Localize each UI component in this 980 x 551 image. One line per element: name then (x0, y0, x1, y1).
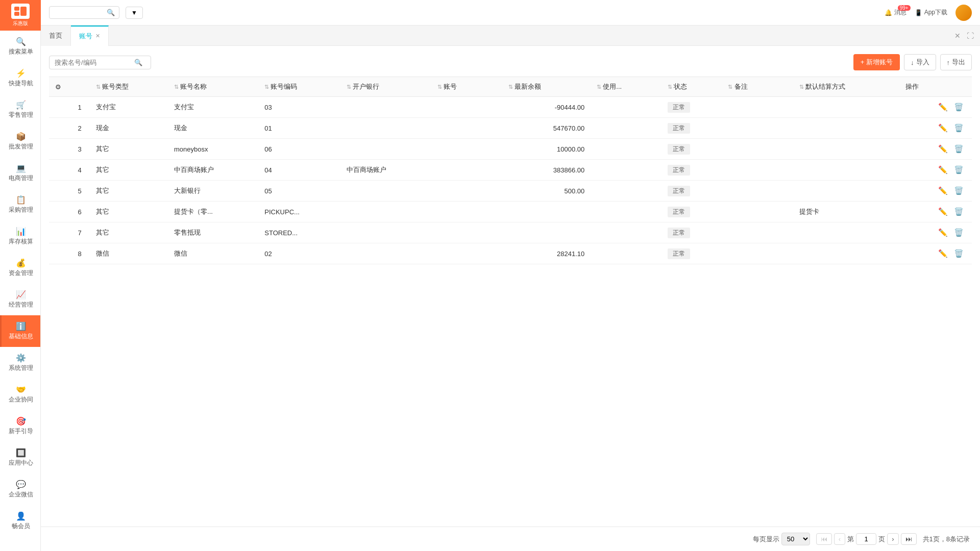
delete-button[interactable]: 🗑️ (952, 102, 966, 113)
sidebar-item-system[interactable]: ⚙️ 系统管理 (0, 347, 40, 379)
row-remark-cell (722, 222, 793, 243)
status-badge: 正常 (668, 123, 690, 134)
col-settings[interactable]: ⚙ (49, 77, 69, 97)
edit-button[interactable]: ✏️ (936, 164, 950, 176)
col-balance[interactable]: 最新余额 (502, 77, 591, 97)
status-badge: 正常 (668, 228, 690, 238)
col-account[interactable]: 账号 (431, 77, 502, 97)
top-search-box[interactable]: 🔍 (49, 6, 119, 19)
row-status-cell: 正常 (662, 243, 722, 264)
top-search-input[interactable] (54, 9, 105, 16)
add-account-button[interactable]: + 新增账号 (853, 54, 900, 70)
sidebar-item-guide-label: 新手引导 (4, 427, 38, 436)
edit-button[interactable]: ✏️ (936, 206, 950, 217)
sidebar-item-purchase[interactable]: 📋 采购管理 (0, 189, 40, 220)
page-content: 🔍 + 新增账号 ↓ 导入 ↑ 导出 (41, 46, 980, 551)
delete-button[interactable]: 🗑️ (952, 248, 966, 259)
account-search-box[interactable]: 🔍 (49, 56, 151, 69)
tab-expand-icon[interactable]: ⛶ (965, 30, 976, 42)
toolbar-right: + 新增账号 ↓ 导入 ↑ 导出 (853, 54, 972, 70)
row-remark-cell (722, 139, 793, 160)
tab-account[interactable]: 账号 ✕ (71, 26, 109, 46)
col-use[interactable]: 使用... (591, 77, 662, 97)
member-icon: 👤 (4, 511, 38, 521)
prev-page-button[interactable]: ‹ (834, 533, 845, 545)
row-num-cell: 6 (69, 202, 90, 222)
sidebar-item-guide[interactable]: 🎯 新手引导 (0, 410, 40, 442)
last-page-button[interactable]: ⏭ (901, 533, 917, 545)
tab-home[interactable]: 首页 (41, 26, 71, 46)
sidebar-item-wechat[interactable]: 💬 企业微信 (0, 473, 40, 505)
notification-button[interactable]: 🔔 消息 99+ (885, 8, 906, 17)
sidebar-item-finance[interactable]: 💰 资金管理 (0, 252, 40, 284)
edit-button[interactable]: ✏️ (936, 185, 950, 196)
edit-button[interactable]: ✏️ (936, 102, 950, 113)
sidebar-item-member[interactable]: 👤 畅会员 (0, 505, 40, 537)
sidebar-item-apps[interactable]: 🔲 应用中心 (0, 442, 40, 473)
edit-button[interactable]: ✏️ (936, 248, 950, 259)
row-remark-cell (722, 243, 793, 264)
row-balance-cell: -90444.00 (502, 97, 591, 118)
account-search-input[interactable] (55, 59, 131, 66)
edit-button[interactable]: ✏️ (936, 143, 950, 155)
table-row: 4 其它 中百商场账户 04 中百商场账户 383866.00 正常 ✏️ 🗑️ (49, 160, 972, 181)
sidebar-item-inventory[interactable]: 📊 库存核算 (0, 220, 40, 252)
row-account-cell (431, 97, 502, 118)
edit-button[interactable]: ✏️ (936, 227, 950, 238)
sidebar-item-wholesale[interactable]: 📦 批发管理 (0, 126, 40, 157)
top-dropdown[interactable]: ▼ (126, 7, 143, 19)
row-default-cell (793, 139, 900, 160)
row-settings-cell (49, 181, 69, 202)
export-button[interactable]: ↑ 导出 (940, 54, 972, 70)
sidebar-item-enterprise-label: 企业协同 (4, 395, 38, 404)
settings-icon: ⚙ (55, 83, 61, 91)
edit-button[interactable]: ✏️ (936, 122, 950, 134)
app-download-button[interactable]: 📱 App下载 (915, 8, 947, 17)
sidebar-item-operations[interactable]: 📈 经营管理 (0, 284, 40, 315)
import-button[interactable]: ↓ 导入 (904, 54, 936, 70)
sidebar-item-enterprise[interactable]: 🤝 企业协同 (0, 379, 40, 410)
next-page-button[interactable]: › (887, 533, 898, 545)
add-account-label: + 新增账号 (861, 58, 893, 67)
tab-close-all-icon[interactable]: ✕ (952, 30, 963, 42)
row-settings-cell (49, 222, 69, 243)
sidebar-item-system-label: 系统管理 (4, 364, 38, 372)
bell-icon: 🔔 (885, 9, 892, 16)
col-code[interactable]: 账号编码 (258, 77, 340, 97)
delete-button[interactable]: 🗑️ (952, 122, 966, 134)
col-remark[interactable]: 备注 (722, 77, 793, 97)
sidebar-item-search[interactable]: 🔍 搜索菜单 (0, 31, 40, 62)
tab-close-icon[interactable]: ✕ (95, 33, 100, 39)
sidebar-item-purchase-label: 采购管理 (4, 206, 38, 214)
delete-button[interactable]: 🗑️ (952, 185, 966, 196)
row-use-cell (591, 222, 662, 243)
delete-button[interactable]: 🗑️ (952, 227, 966, 238)
col-status[interactable]: 状态 (662, 77, 722, 97)
sidebar-item-ecommerce[interactable]: 💻 电商管理 (0, 157, 40, 189)
row-num-cell: 3 (69, 139, 90, 160)
row-name-cell: 中百商场账户 (168, 160, 258, 181)
delete-button[interactable]: 🗑️ (952, 143, 966, 155)
header-left: 🔍 ▼ (49, 6, 143, 19)
app-download-label: App下载 (924, 8, 947, 17)
apps-icon: 🔲 (4, 448, 38, 458)
col-bank[interactable]: 开户银行 (340, 77, 431, 97)
first-page-button[interactable]: ⏮ (816, 533, 832, 545)
row-type-cell: 其它 (90, 160, 168, 181)
per-page-dropdown[interactable]: 50 100 200 (781, 533, 810, 545)
col-type[interactable]: 账号类型 (90, 77, 168, 97)
row-balance-cell (502, 202, 591, 222)
sidebar-item-shortcuts[interactable]: ⚡ 快捷导航 (0, 62, 40, 94)
page-nav: ⏮ ‹ 第 页 › ⏭ (816, 533, 917, 545)
account-tab-label: 账号 (79, 32, 92, 41)
col-default[interactable]: 默认结算方式 (793, 77, 900, 97)
user-avatar[interactable] (955, 5, 972, 21)
col-name[interactable]: 账号名称 (168, 77, 258, 97)
status-badge: 正常 (668, 248, 690, 259)
delete-button[interactable]: 🗑️ (952, 206, 966, 217)
page-number-input[interactable] (856, 533, 876, 545)
status-badge: 正常 (668, 102, 690, 113)
sidebar-item-basic[interactable]: ℹ️ 基础信息 (0, 315, 40, 347)
delete-button[interactable]: 🗑️ (952, 164, 966, 176)
sidebar-item-retail[interactable]: 🛒 零售管理 (0, 94, 40, 126)
